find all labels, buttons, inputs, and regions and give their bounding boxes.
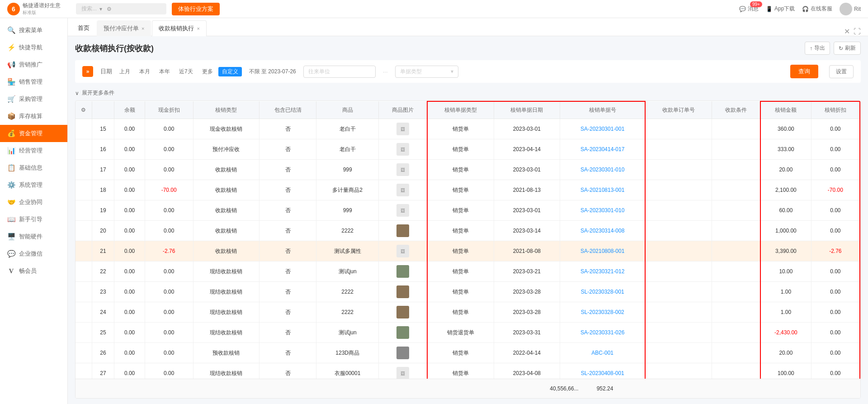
filter-dots: ··· bbox=[383, 68, 388, 75]
date-this-year[interactable]: 本年 bbox=[156, 67, 174, 76]
row-num: 26 bbox=[92, 343, 114, 363]
sidebar-item-purchase[interactable]: 🛒 采购管理 bbox=[0, 90, 67, 108]
hardware-icon: 🖥️ bbox=[7, 233, 15, 241]
sidebar-item-label: 采购管理 bbox=[19, 95, 42, 103]
collection-terms bbox=[712, 221, 760, 241]
cash-discount: 0.00 bbox=[145, 302, 193, 323]
balance: 0.00 bbox=[114, 363, 145, 379]
col-settings[interactable]: ⚙ bbox=[75, 101, 92, 119]
top-bar-actions: 💬 消息 99+ 📱 App下载 🎧 在线客服 Rit bbox=[739, 3, 861, 15]
sidebar-item-wechat[interactable]: 💬 企业微信 bbox=[0, 245, 67, 262]
collection-order-no bbox=[645, 363, 712, 379]
sidebar-item-quick-nav[interactable]: ⚡ 快捷导航 bbox=[0, 39, 67, 56]
bill-no-link[interactable]: SL-20230408-001 bbox=[581, 370, 624, 376]
export-button[interactable]: ↑ 导出 bbox=[805, 42, 830, 55]
table-footer: 40,556,66...952.24 bbox=[75, 379, 860, 398]
page-title: 收款核销执行(按收款) bbox=[75, 43, 154, 54]
bill-no[interactable]: SA-20230321-012 bbox=[560, 261, 646, 282]
sidebar-item-sales[interactable]: 🏪 销售管理 bbox=[0, 73, 67, 90]
bill-no[interactable]: ABC-001 bbox=[560, 343, 646, 363]
user-area[interactable]: Rit bbox=[840, 3, 861, 15]
bill-no-link[interactable]: SA-20230314-008 bbox=[580, 228, 624, 234]
industry-solution-button[interactable]: 体验行业方案 bbox=[172, 3, 220, 15]
bill-type: 销货单 bbox=[427, 139, 494, 160]
date-last-7-days[interactable]: 近7天 bbox=[175, 67, 197, 76]
bill-no[interactable]: SA-20230331-026 bbox=[560, 323, 646, 343]
service-icon: 🎧 bbox=[802, 6, 809, 12]
date-this-month[interactable]: 本月 bbox=[136, 67, 154, 76]
writeoff-discount: 0.00 bbox=[811, 139, 860, 160]
maximize-window-icon[interactable]: ⛶ bbox=[854, 28, 861, 36]
bill-no-link[interactable]: SA-20230301-001 bbox=[580, 126, 624, 132]
counterpart-input[interactable]: 往来单位 bbox=[303, 66, 376, 78]
tab-collection[interactable]: 收款核销执行 × bbox=[152, 20, 206, 36]
bill-no-link[interactable]: SL-20230328-002 bbox=[581, 309, 624, 315]
row-num: 18 bbox=[92, 180, 114, 200]
app-download-button[interactable]: 📱 App下载 bbox=[766, 5, 795, 13]
table-scroll-area[interactable]: ⚙ 余额 现金折扣 核销类型 包含已结清 商品 商品图片 核销单据类型 核销单据… bbox=[75, 101, 860, 379]
lightning-icon: ⚡ bbox=[7, 43, 15, 52]
bill-no[interactable]: SA-20230301-001 bbox=[560, 119, 646, 139]
bill-no-link[interactable]: SA-20230301-010 bbox=[580, 166, 624, 173]
inventory-icon: 📦 bbox=[7, 112, 15, 120]
bill-no[interactable]: SA-20210813-001 bbox=[560, 180, 646, 200]
bill-no-link[interactable]: SA-20230414-017 bbox=[580, 146, 624, 152]
bill-no-link[interactable]: SA-20210808-001 bbox=[580, 248, 624, 254]
tab-close-prepay[interactable]: × bbox=[142, 26, 144, 31]
query-button[interactable]: 查询 bbox=[790, 65, 818, 78]
bill-no[interactable]: SA-20210808-001 bbox=[560, 241, 646, 261]
bill-no[interactable]: SA-20230301-010 bbox=[560, 160, 646, 180]
date-last-month[interactable]: 上月 bbox=[116, 67, 134, 76]
bill-no[interactable]: SA-20230414-017 bbox=[560, 139, 646, 160]
footer-cell-2 bbox=[110, 383, 142, 394]
close-window-icon[interactable]: ✕ bbox=[844, 27, 850, 36]
date-range-display: 不限 至 2023-07-26 bbox=[249, 68, 296, 76]
sidebar-item-guide[interactable]: 📖 新手引导 bbox=[0, 211, 67, 228]
bill-no-link[interactable]: ABC-001 bbox=[591, 350, 613, 356]
bill-no[interactable]: SL-20230328-001 bbox=[560, 282, 646, 302]
bill-no[interactable]: SL-20230408-001 bbox=[560, 363, 646, 379]
bill-no[interactable]: SL-20230328-002 bbox=[560, 302, 646, 323]
goods-img-cell: 🖼 bbox=[378, 119, 427, 139]
bill-no-link[interactable]: SL-20230328-001 bbox=[581, 289, 624, 295]
tab-home[interactable]: 首页 bbox=[71, 20, 96, 36]
bill-no[interactable]: SA-20230301-010 bbox=[560, 200, 646, 221]
search-input-area[interactable]: 搜索... ▾ ⚙ bbox=[76, 3, 166, 14]
sidebar-item-label: 企业微信 bbox=[19, 250, 42, 258]
settings-col bbox=[75, 302, 92, 323]
sidebar-item-basic-info[interactable]: 📋 基础信息 bbox=[0, 159, 67, 176]
sidebar-item-hardware[interactable]: 🖥️ 智能硬件 bbox=[0, 228, 67, 245]
bill-no[interactable]: SA-20230314-008 bbox=[560, 221, 646, 241]
sidebar-item-marketing[interactable]: 📢 营销推广 bbox=[0, 56, 67, 73]
bill-no-link[interactable]: SA-20230321-012 bbox=[580, 268, 624, 275]
writeoff-discount: -70.00 bbox=[811, 180, 860, 200]
filter-toggle-button[interactable]: » bbox=[82, 66, 93, 77]
footer-cell-10 bbox=[399, 383, 462, 394]
sales-icon: 🏪 bbox=[7, 78, 15, 86]
date-more[interactable]: 更多 bbox=[198, 67, 217, 76]
sidebar-item-vip[interactable]: V 畅会员 bbox=[0, 262, 67, 280]
sidebar-item-inventory[interactable]: 📦 库存核算 bbox=[0, 108, 67, 125]
date-custom[interactable]: 自定义 bbox=[218, 67, 242, 76]
bill-no-link[interactable]: SA-20230301-010 bbox=[580, 207, 624, 214]
sidebar-item-search[interactable]: 🔍 搜索菜单 bbox=[0, 22, 67, 39]
online-service-button[interactable]: 🎧 在线客服 bbox=[802, 5, 832, 13]
include-settled: 否 bbox=[259, 119, 316, 139]
goods-image bbox=[396, 306, 409, 318]
bill-type-select[interactable]: 单据类型 ▾ bbox=[395, 66, 458, 78]
refresh-button[interactable]: ↻ 刷新 bbox=[834, 42, 861, 55]
gear-icon[interactable]: ⚙ bbox=[107, 6, 112, 12]
tab-close-collection[interactable]: × bbox=[197, 26, 199, 31]
bill-no-link[interactable]: SA-20210813-001 bbox=[580, 187, 624, 193]
sidebar-item-finance[interactable]: 💰 资金管理 bbox=[0, 125, 67, 142]
settings-button[interactable]: 设置 bbox=[829, 65, 854, 78]
sidebar-item-operation[interactable]: 📊 经营管理 bbox=[0, 142, 67, 159]
tab-prepay[interactable]: 预付冲应付单 × bbox=[97, 20, 151, 36]
bill-no-link[interactable]: SA-20230331-026 bbox=[580, 329, 624, 336]
sidebar-item-collab[interactable]: 🤝 企业协同 bbox=[0, 194, 67, 211]
sidebar-item-system[interactable]: ⚙️ 系统管理 bbox=[0, 176, 67, 194]
settings-col bbox=[75, 119, 92, 139]
tab-label: 预付冲应付单 bbox=[104, 24, 139, 33]
messages-button[interactable]: 💬 消息 99+ bbox=[739, 5, 759, 13]
expand-more-bar[interactable]: ∨ 展开更多条件 bbox=[75, 89, 861, 97]
